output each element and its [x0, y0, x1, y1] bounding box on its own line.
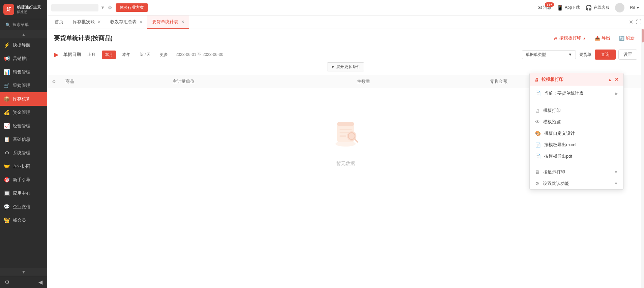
refresh-btn[interactable]: 🔄 刷新 — [616, 34, 637, 42]
basic-icon: 📋 — [3, 136, 10, 143]
print-btn[interactable]: 🖨 按模板打印 ▲ — [551, 34, 589, 42]
settings-footer-icon[interactable]: ⚙ — [5, 279, 9, 285]
sidebar-item-inventory[interactable]: 📦 库存核算 — [0, 92, 47, 106]
tab-requisition-stats[interactable]: 要货单统计表 ✕ — [147, 15, 189, 29]
sidebar-item-member[interactable]: 👑 畅会员 — [0, 214, 47, 227]
print-section-main: 🖨 模板打印 👁 模板预览 🎨 模板自定义设计 📄 按模板导出excel 📄 — [530, 103, 623, 163]
date-btn-more[interactable]: 更多 — [157, 51, 171, 59]
marketing-icon: 📢 — [3, 55, 10, 62]
purchase-icon: 🛒 — [3, 82, 10, 89]
topbar-gear-icon[interactable]: ⚙ — [108, 4, 112, 11]
page-actions: 🖨 按模板打印 ▲ 📤 导出 🔄 刷新 — [551, 34, 637, 42]
print-default-section[interactable]: ⚙ 设置默认功能 ▼ — [530, 178, 623, 189]
template-custom-icon: 🎨 — [535, 131, 541, 136]
date-btn-7days[interactable]: 近7天 — [137, 51, 153, 59]
sidebar-search[interactable]: 🔍 搜索菜单 — [0, 19, 47, 30]
sidebar-item-apps[interactable]: 🔲 应用中心 — [0, 187, 47, 200]
sidebar-item-guide[interactable]: 🎯 新手引导 — [0, 173, 47, 187]
app-download-btn[interactable]: 📱 App下载 — [557, 4, 580, 11]
date-btn-this-month[interactable]: 本月 — [102, 51, 116, 59]
print-template-excel-item[interactable]: 📄 按模板导出excel — [530, 139, 623, 151]
search-dropdown-btn[interactable]: ▼ — [100, 5, 105, 10]
print-template-pdf-item[interactable]: 📄 按模板导出pdf — [530, 151, 623, 162]
refresh-icon: 🔄 — [619, 36, 624, 41]
print-template-custom-item[interactable]: 🎨 模板自定义设计 — [530, 128, 623, 139]
template-print-icon: 🖨 — [535, 108, 540, 113]
filter-bar: ▶ 单据日期 上月 本月 本年 近7天 更多 2023-06-01 至 2023… — [47, 46, 644, 75]
print-header-up-icon[interactable]: ▲ — [608, 77, 612, 82]
print-dropdown-controls: ▲ ✕ — [608, 77, 619, 82]
sidebar-item-finance[interactable]: 💰 资金管理 — [0, 106, 47, 119]
username-label[interactable]: Rit ▼ — [630, 5, 640, 10]
apps-icon: 🔲 — [3, 190, 10, 197]
type-select[interactable]: 单据单类型 ▼ — [522, 50, 576, 59]
filter-row-1: ▶ 单据日期 上月 本月 本年 近7天 更多 2023-06-01 至 2023… — [54, 50, 637, 60]
trial-btn[interactable]: 体验行业方案 — [116, 3, 148, 12]
search-input[interactable] — [55, 5, 95, 10]
scrollbar-thumb[interactable] — [642, 29, 644, 42]
sidebar-scroll-up[interactable]: ▲ — [0, 30, 47, 38]
maximize-window-icon[interactable]: ⛶ — [636, 19, 641, 25]
print-header-close-icon[interactable]: ✕ — [615, 77, 619, 82]
sidebar-scroll-down[interactable]: ▼ — [0, 268, 47, 276]
print-dropdown-arrow: ▲ — [583, 36, 586, 40]
tab-close-batch-ledger[interactable]: ✕ — [97, 20, 101, 24]
tab-home[interactable]: 首页 — [50, 15, 68, 29]
sidebar-item-quick-nav[interactable]: ⚡ 快捷导航 — [0, 38, 47, 52]
member-icon: 👑 — [3, 217, 10, 224]
vertical-scrollbar[interactable] — [641, 29, 644, 288]
app-logo-text: 畅捷通好生意 标准版 — [17, 4, 41, 15]
tab-batch-ledger[interactable]: 库存批次账 ✕ — [68, 15, 106, 29]
finance-icon: 💰 — [3, 109, 10, 116]
online-service-btn[interactable]: 🎧 在线客服 — [585, 4, 610, 11]
svg-rect-3 — [340, 129, 352, 130]
user-avatar[interactable] — [615, 3, 624, 12]
youhuo-filter: 要货单 — [579, 52, 591, 58]
query-button[interactable]: 查询 — [595, 50, 616, 60]
sidebar-item-marketing[interactable]: 📢 营销推广 — [0, 52, 47, 65]
print-display-section[interactable]: 🖥 按显示打印 ▼ — [530, 166, 623, 178]
wechat-icon: 💬 — [3, 203, 10, 210]
tab-close-requisition-stats[interactable]: ✕ — [181, 20, 184, 24]
table-settings-icon[interactable]: ⚙ — [52, 79, 56, 84]
topbar: ▼ ⚙ 体验行业方案 ✉ 消息 99+ 📱 App下载 🎧 在线客服 Rit — [47, 0, 644, 15]
print-current-item[interactable]: 📄 当前：要货单统计表 ▶ — [530, 88, 623, 99]
message-btn[interactable]: ✉ 消息 99+ — [537, 4, 551, 11]
print-template-preview-item[interactable]: 👁 模板预览 — [530, 116, 623, 128]
template-pdf-icon: 📄 — [535, 154, 541, 159]
topbar-right: ✉ 消息 99+ 📱 App下载 🎧 在线客服 Rit ▼ — [537, 3, 640, 12]
filter-expand-icon[interactable]: ▶ — [54, 51, 59, 58]
system-icon: ⚙ — [3, 150, 10, 156]
close-window-icon[interactable]: ✕ — [629, 19, 633, 25]
sidebar-item-system[interactable]: ⚙ 系统管理 — [0, 146, 47, 160]
topbar-left: ▼ ⚙ 体验行业方案 — [51, 3, 537, 12]
main-content: ▼ ⚙ 体验行业方案 ✉ 消息 99+ 📱 App下载 🎧 在线客服 Rit — [47, 0, 644, 288]
sidebar-item-sales[interactable]: 📊 销售管理 — [0, 65, 47, 79]
print-dropdown-header: 🖨 按模板打印 ▲ ✕ — [530, 73, 623, 86]
collapse-icon[interactable]: ◀ — [38, 279, 42, 285]
tab-close-receivable-summary[interactable]: ✕ — [139, 20, 143, 24]
current-template-icon: 📄 — [535, 91, 541, 96]
print-dropdown-header-icon: 🖨 — [534, 77, 539, 82]
sidebar-item-operation[interactable]: 📈 经营管理 — [0, 119, 47, 133]
tab-receivable-summary[interactable]: 收发存汇总表 ✕ — [106, 15, 147, 29]
sidebar-item-purchase[interactable]: 🛒 采购管理 — [0, 79, 47, 92]
page-title: 要货单统计表(按商品) — [54, 34, 113, 42]
export-btn[interactable]: 📤 导出 — [592, 34, 613, 42]
date-btn-this-year[interactable]: 本年 — [119, 51, 134, 59]
settings-button[interactable]: 设置 — [618, 50, 637, 60]
expand-more-btn[interactable]: ▼ 展开更多条件 — [327, 62, 364, 71]
topbar-search-box[interactable] — [51, 4, 98, 11]
sidebar-item-basic[interactable]: 📋 基础信息 — [0, 133, 47, 146]
col-goods: 商品 — [61, 75, 168, 88]
template-excel-icon: 📄 — [535, 142, 541, 148]
operation-icon: 📈 — [3, 123, 10, 129]
print-template-print-item[interactable]: 🖨 模板打印 — [530, 105, 623, 116]
empty-text: 暂无数据 — [336, 161, 355, 167]
tabsbar: 首页 库存批次账 ✕ 收发存汇总表 ✕ 要货单统计表 ✕ ✕ ⛶ — [47, 15, 644, 29]
date-btn-last-month[interactable]: 上月 — [84, 51, 98, 59]
sidebar-item-collab[interactable]: 🤝 企业协同 — [0, 160, 47, 173]
type-select-arrow: ▼ — [568, 52, 572, 57]
sidebar-item-wechat[interactable]: 💬 企业微信 — [0, 200, 47, 214]
col-settings[interactable]: ⚙ — [47, 75, 61, 88]
